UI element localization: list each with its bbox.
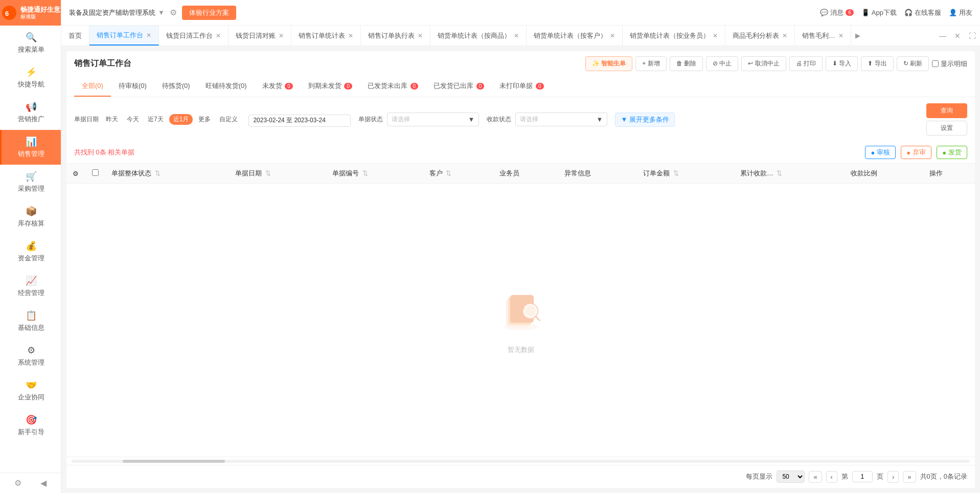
topbar-settings-icon[interactable]: ⚙ [170,8,177,17]
tab-minimize-btn[interactable]: — [935,32,950,40]
tab-sales-margin[interactable]: 销售毛利… ✕ [795,26,851,46]
show-detail-label[interactable]: 显示明细 [932,59,967,69]
tab-close-icon[interactable]: ✕ [838,32,844,39]
industry-btn[interactable]: 体验行业方案 [182,6,236,20]
tab-close-icon[interactable]: ✕ [713,32,718,39]
filter-tab-shipped-not-out[interactable]: 已发货未出库 0 [360,76,426,97]
col-customer[interactable]: 客户 ⇅ [423,164,493,184]
sidebar-item-search[interactable]: 🔍 搜索菜单 [0,26,61,60]
filter-tab-pending-review[interactable]: 待审核(0) [111,76,154,97]
message-btn[interactable]: 💬 消息 6 [820,8,854,17]
tab-close-icon[interactable]: ✕ [782,32,787,39]
sidebar-item-marketing[interactable]: 📢 营销推广 [0,95,61,130]
tab-more-btn[interactable]: ▶ [851,26,864,46]
print-btn[interactable]: 🖨 打印 [789,56,823,71]
tab-close-icon[interactable]: ✕ [146,32,151,39]
search-settings-btn[interactable]: 设置 [926,121,967,136]
page-number-input[interactable] [852,471,873,482]
tab-close-all-btn[interactable]: ✕ [950,32,965,40]
filter-tab-pending-pick[interactable]: 待拣货(0) [154,76,198,97]
page-size-select[interactable]: 10 20 50 100 [777,470,805,483]
col-payment-ratio[interactable]: 收款比例 [845,164,923,184]
user-btn[interactable]: 👤 用友 [949,8,972,17]
col-amount[interactable]: 订单金额 ⇅ [637,164,734,184]
sidebar-item-sales[interactable]: 📊 销售管理 [0,130,61,165]
app-download-btn[interactable]: 📱 App下载 [861,8,897,17]
tab-gross-margin[interactable]: 商品毛利分析表 ✕ [725,26,795,46]
select-all-checkbox[interactable] [92,169,99,176]
add-btn[interactable]: + 新增 [635,56,666,71]
smart-order-btn[interactable]: ✨ 智能生单 [585,56,632,71]
batch-cancel-btn[interactable]: ● 弃审 [901,146,931,159]
expand-conditions-btn[interactable]: ▼ 展开更多条件 [615,113,675,127]
last-page-btn[interactable]: » [903,471,916,483]
first-page-btn[interactable]: « [809,471,822,483]
payment-select[interactable]: 请选择 ▼ [515,113,607,126]
sidebar-item-finance[interactable]: 💰 资金管理 [0,234,61,269]
tab-close-icon[interactable]: ✕ [610,32,615,39]
date-btn-today[interactable]: 今天 [124,114,142,125]
col-cumulative-payment[interactable]: 累计收款… ⇅ [734,164,845,184]
tab-close-icon[interactable]: ✕ [216,32,221,39]
query-btn[interactable]: 查询 [926,103,967,118]
show-detail-checkbox[interactable] [932,60,939,67]
col-abnormal[interactable]: 异常信息 [558,164,637,184]
col-overall-status[interactable]: 单据整体状态 ⇅ [105,164,229,184]
tab-sales-staff[interactable]: 销货单统计表（按业务员） ✕ [623,26,725,46]
tab-close-icon[interactable]: ✕ [279,32,284,39]
tab-cash-reconcile[interactable]: 钱货日清对账 ✕ [229,26,291,46]
filter-tab-unprinted[interactable]: 未打印单据 0 [492,76,551,97]
tab-sales-customer[interactable]: 销货单统计表（按客户） ✕ [527,26,623,46]
scroll-thumb[interactable] [123,460,225,463]
batch-approve-btn[interactable]: ● 审核 [865,146,896,159]
tab-sales-product[interactable]: 销货单统计表（按商品） ✕ [430,26,527,46]
date-range-input[interactable] [248,115,351,127]
tab-close-icon[interactable]: ✕ [514,32,519,39]
col-date[interactable]: 单据日期 ⇅ [229,164,326,184]
tab-home[interactable]: 首页 [61,26,89,46]
filter-tab-shipped-out[interactable]: 已发货已出库 0 [426,76,492,97]
filter-tab-wangpu-ship[interactable]: 旺铺待发货(0) [198,76,255,97]
tab-sales-stats[interactable]: 销售订单统计表 ✕ [291,26,361,46]
col-checkbox[interactable] [85,164,105,184]
export-btn[interactable]: ⬆ 导出 [861,56,893,71]
col-number[interactable]: 单据编号 ⇅ [326,164,423,184]
sidebar-item-operations[interactable]: 📈 经营管理 [0,269,61,304]
sidebar-item-purchase[interactable]: 🛒 采购管理 [0,165,61,199]
tab-sales-exec[interactable]: 销售订单执行表 ✕ [361,26,430,46]
sidebar-settings-btn[interactable]: ⚙ [14,478,21,488]
date-btn-yesterday[interactable]: 昨天 [103,114,121,125]
filter-tab-overdue-ship[interactable]: 到期未发货 0 [301,76,360,97]
date-btn-more[interactable]: 更多 [195,114,214,125]
sidebar-item-basicinfo[interactable]: 📋 基础信息 [0,304,61,339]
horizontal-scrollbar[interactable] [66,457,975,465]
filter-tab-all[interactable]: 全部(0) [74,76,111,97]
date-btn-1month[interactable]: 近1月 [169,114,193,125]
tab-sales-order-workbench[interactable]: 销售订单工作台 ✕ [89,26,159,46]
online-service-btn[interactable]: 🎧 在线客服 [904,8,941,17]
sidebar-item-guide[interactable]: 🎯 新手引导 [0,408,61,443]
date-btn-7days[interactable]: 近7天 [145,114,167,125]
sidebar-item-inventory[interactable]: 📦 库存核算 [0,199,61,234]
filter-tab-unshipped[interactable]: 未发货 0 [255,76,301,97]
delete-btn[interactable]: 🗑 删除 [670,56,703,71]
tab-close-icon[interactable]: ✕ [348,32,353,39]
batch-ship-btn[interactable]: ● 发货 [937,146,967,159]
refresh-btn[interactable]: ↻ 刷新 [897,56,929,71]
stop-btn[interactable]: ⊘ 中止 [706,56,738,71]
status-select[interactable]: 请选择 ▼ [387,113,479,126]
sidebar-collapse-btn[interactable]: ◀ [40,478,47,488]
col-salesperson[interactable]: 业务员 [493,164,559,184]
date-btn-custom[interactable]: 自定义 [216,114,241,125]
tab-cash-daily[interactable]: 钱货日清工作台 ✕ [159,26,229,46]
tab-maximize-btn[interactable]: ⛶ [965,32,980,40]
cancel-stop-btn[interactable]: ↩ 取消中止 [741,56,786,71]
sidebar-item-system[interactable]: ⚙ 系统管理 [0,339,61,373]
import-btn[interactable]: ⬇ 导入 [826,56,858,71]
col-settings[interactable]: ⚙ [66,164,85,184]
sidebar-item-collab[interactable]: 🤝 企业协同 [0,373,61,408]
prev-page-btn[interactable]: ‹ [826,471,837,483]
next-page-btn[interactable]: › [887,471,899,483]
sidebar-item-quicknav[interactable]: ⚡ 快捷导航 [0,60,61,95]
tab-close-icon[interactable]: ✕ [418,32,423,39]
